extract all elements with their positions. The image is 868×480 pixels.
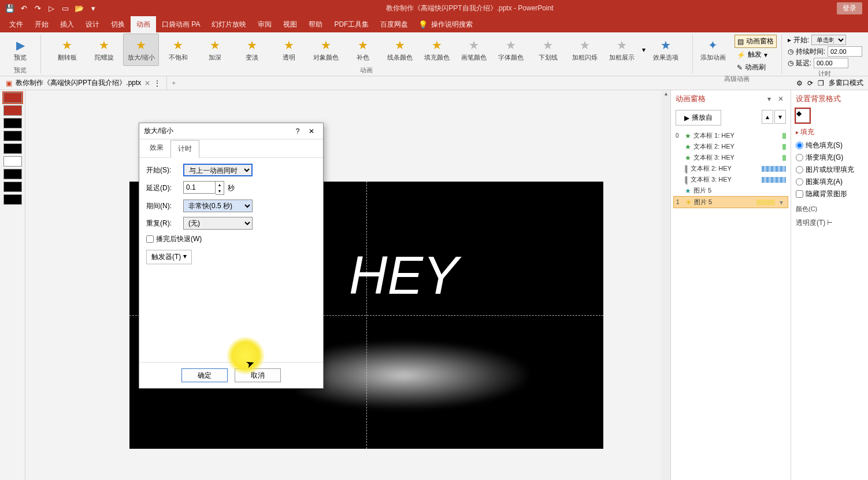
thumb-4[interactable] [3, 131, 22, 141]
effect-desaturate[interactable]: ★不饱和 [160, 34, 196, 66]
qat-save-icon[interactable]: 💾 [5, 3, 15, 13]
tab-menu-icon[interactable]: ⋮ [154, 79, 161, 87]
pane-close-icon[interactable]: ✕ [776, 95, 786, 103]
qat-undo-icon[interactable]: ↶ [18, 3, 29, 13]
effect-object-color[interactable]: ★对象颜色 [308, 34, 344, 66]
effect-bold-flash[interactable]: ★加粗闪烁 [567, 34, 603, 66]
tab-animation[interactable]: 动画 [131, 16, 156, 33]
duration-input[interactable] [828, 46, 862, 57]
animation-item[interactable]: ★文本框 2: HEY [673, 141, 788, 152]
tab-islide[interactable]: 口袋动画 PA [156, 16, 206, 33]
trigger-button[interactable]: ⚡触发▾ [735, 49, 777, 61]
delay-input[interactable] [814, 58, 848, 68]
qat-redo-icon[interactable]: ↷ [32, 3, 43, 13]
fill-swatch[interactable]: ◆ [796, 109, 810, 123]
thumb-6[interactable] [3, 156, 22, 167]
thumb-1[interactable] [3, 93, 22, 103]
document-tab[interactable]: ▣ 教你制作《高端快闪PPT自我介绍》.pptx ✕ ⋮ [0, 76, 167, 90]
tab-home[interactable]: 开始 [29, 16, 54, 33]
preview-button[interactable]: ▶ 预览 [2, 34, 38, 66]
qat-more-icon[interactable]: ▾ [88, 3, 98, 13]
animation-pane-button[interactable]: ▤动画窗格 [735, 35, 777, 48]
login-button[interactable]: 登录 [837, 2, 862, 14]
window-icon[interactable]: ❐ [818, 79, 824, 87]
animation-item[interactable]: 1☀图片 5▾ [673, 196, 788, 208]
effect-fill-color[interactable]: ★填充颜色 [419, 34, 455, 66]
effect-transparency[interactable]: ★透明 [271, 34, 307, 66]
tab-help[interactable]: 帮助 [303, 16, 328, 33]
slide-text-hey[interactable]: HEY [349, 245, 603, 306]
qat-open-icon[interactable]: 📂 [74, 3, 84, 13]
animation-item[interactable]: ★图片 5 [673, 185, 788, 196]
sync-icon[interactable]: ⟳ [807, 79, 813, 87]
tab-review[interactable]: 审阅 [252, 16, 277, 33]
duration-select[interactable]: 非常快(0.5 秒) [183, 200, 253, 212]
tab-file[interactable]: 文件 [3, 16, 29, 33]
thumb-3[interactable] [3, 118, 22, 128]
pane-menu-icon[interactable]: ▾ [765, 95, 773, 103]
effect-grow-shrink[interactable]: ★放大/缩小 [123, 34, 159, 66]
thumb-9[interactable] [3, 194, 22, 205]
tell-me-search[interactable]: 💡 操作说明搜索 [418, 20, 473, 29]
fill-header[interactable]: 填充 [796, 127, 863, 137]
qat-new-icon[interactable]: ▭ [60, 3, 71, 13]
effect-complementary[interactable]: ★补色 [345, 34, 381, 66]
thumb-2[interactable] [3, 105, 22, 116]
ok-button[interactable]: 确定 [181, 368, 228, 382]
effect-font-color[interactable]: ★字体颜色 [493, 34, 529, 66]
pattern-fill-radio[interactable] [796, 178, 803, 186]
effect-darken[interactable]: ★加深 [197, 34, 233, 66]
move-down-button[interactable]: ▾ [774, 110, 786, 124]
start-select[interactable]: 单击时 [811, 35, 846, 45]
dialog-tab-timing[interactable]: 计时 [170, 140, 199, 158]
dialog-help-icon[interactable]: ? [291, 127, 305, 135]
repeat-select[interactable]: (无) [183, 217, 253, 230]
add-animation-button[interactable]: ✦添加动画 [695, 34, 731, 66]
solid-fill-radio[interactable] [796, 142, 803, 149]
picture-fill-radio[interactable] [796, 166, 803, 173]
tab-view[interactable]: 视图 [277, 16, 303, 33]
gallery-expand-icon[interactable]: ▾ [642, 46, 646, 54]
anim-dropdown-icon[interactable]: ▾ [777, 198, 785, 206]
multiwindow-label[interactable]: 多窗口模式 [829, 78, 863, 88]
effect-line-color[interactable]: ★线条颜色 [382, 34, 418, 66]
vertical-scrollbar[interactable]: ▴ [661, 90, 670, 480]
qat-start-icon[interactable]: ▷ [46, 3, 57, 13]
thumb-7[interactable] [3, 169, 22, 179]
animation-item[interactable]: 0★文本框 1: HEY [673, 130, 788, 141]
thumb-5[interactable] [3, 143, 22, 154]
hide-bg-checkbox[interactable] [796, 190, 803, 198]
animation-item[interactable]: ▎文本框 2: HEY [673, 163, 788, 174]
animation-painter-button[interactable]: ✎动画刷 [735, 61, 777, 73]
effect-brush-color[interactable]: ★画笔颜色 [456, 34, 492, 66]
dialog-tab-effect[interactable]: 效果 [143, 139, 170, 157]
animation-item[interactable]: ▎文本框 3: HEY [673, 174, 788, 185]
cancel-button[interactable]: 取消 [235, 368, 281, 382]
trigger-dropdown[interactable]: 触发器(T)▾ [146, 250, 192, 264]
tab-transition[interactable]: 切换 [105, 16, 131, 33]
effect-spin[interactable]: ★陀螺旋 [86, 34, 122, 66]
dialog-close-icon[interactable]: ✕ [305, 127, 318, 135]
tab-slideshow[interactable]: 幻灯片放映 [206, 16, 252, 33]
effect-underline[interactable]: ★下划线 [530, 34, 566, 66]
effect-bold-reveal[interactable]: ★加粗展示 [604, 34, 640, 66]
tab-insert[interactable]: 插入 [54, 16, 80, 33]
spin-up[interactable]: ▲ [216, 182, 224, 188]
tab-design[interactable]: 设计 [80, 16, 105, 33]
animation-item[interactable]: ★文本框 3: HEY [673, 152, 788, 163]
gradient-fill-radio[interactable] [796, 154, 803, 161]
gear-icon[interactable]: ⚙ [796, 79, 803, 87]
rewind-checkbox[interactable] [146, 235, 154, 243]
tab-baidu[interactable]: 百度网盘 [374, 16, 414, 33]
tab-pdf[interactable]: PDF工具集 [328, 16, 374, 33]
spin-down[interactable]: ▼ [216, 188, 224, 194]
close-tab-icon[interactable]: ✕ [144, 79, 150, 87]
add-tab-button[interactable]: + [167, 79, 180, 87]
delay-input[interactable] [183, 181, 216, 194]
move-up-button[interactable]: ▴ [762, 110, 773, 124]
effect-lighten[interactable]: ★变淡 [234, 34, 270, 66]
play-from-button[interactable]: ▶播放自 [676, 110, 721, 125]
effect-teeter[interactable]: ★翻转板 [49, 34, 85, 66]
effect-options-button[interactable]: ★效果选项 [648, 34, 684, 66]
start-select[interactable]: 与上一动画同时 [183, 164, 253, 176]
